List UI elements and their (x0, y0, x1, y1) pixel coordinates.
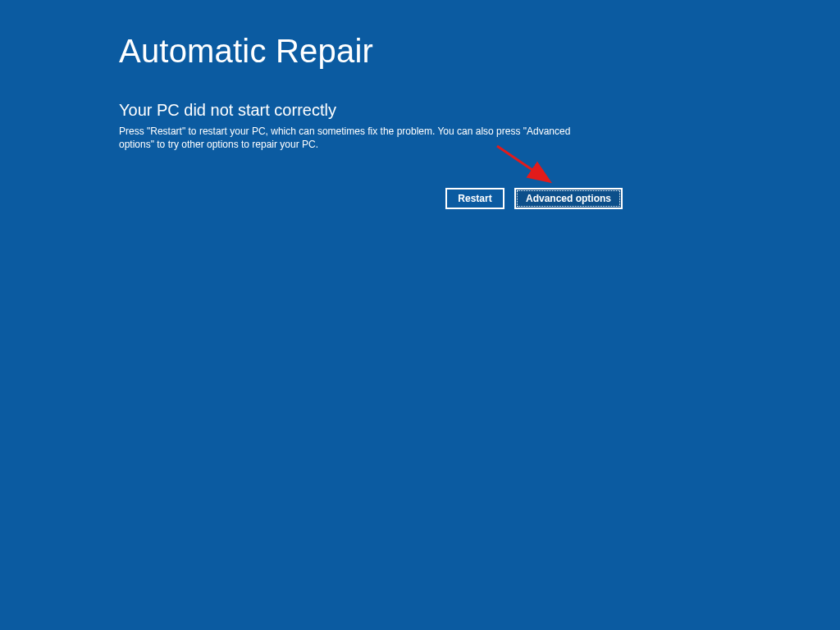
page-subtitle: Your PC did not start correctly (119, 101, 623, 120)
page-body-text: Press "Restart" to restart your PC, whic… (119, 125, 603, 151)
button-row: Restart Advanced options (119, 188, 623, 209)
recovery-screen: Automatic Repair Your PC did not start c… (0, 0, 623, 209)
page-title: Automatic Repair (119, 33, 623, 70)
advanced-options-button[interactable]: Advanced options (514, 188, 623, 209)
restart-button[interactable]: Restart (445, 188, 504, 209)
